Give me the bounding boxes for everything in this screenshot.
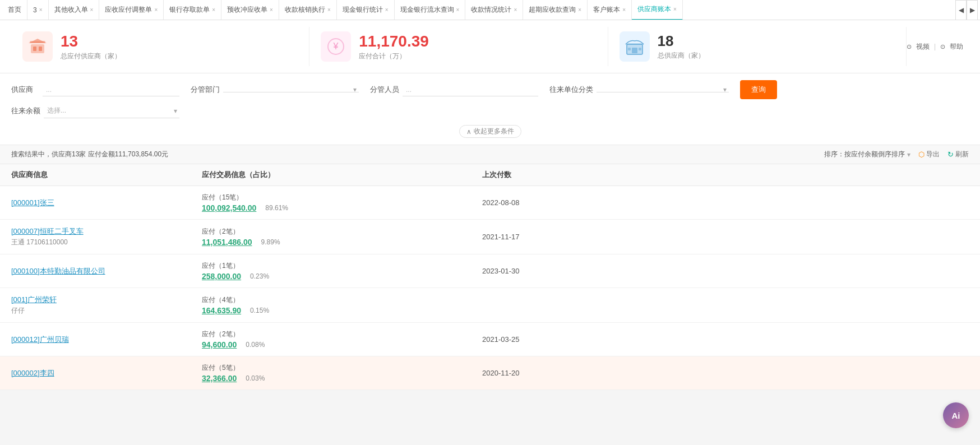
svg-text:¥: ¥ <box>333 41 339 51</box>
total-suppliers-label: 总供应商（家） <box>658 51 705 61</box>
top-navigation: 首页 3 × 其他收入单 × 应收应付调整单 × 银行存取款单 × 预收冲应收单… <box>0 0 980 20</box>
amount-link[interactable]: 100,092,540.00 <box>202 203 256 212</box>
summary-card-total-suppliers: 18 总供应商（家） <box>608 27 907 66</box>
amount-link[interactable]: 164,635.90 <box>202 306 241 315</box>
adjust-label: 应收应付调整单 <box>105 5 152 15</box>
svg-rect-1 <box>31 44 44 53</box>
supplier-filter-label: 供应商 <box>11 85 39 95</box>
balance-placeholder: 选择... <box>47 106 66 115</box>
nav-tab-supplier-book[interactable]: 供应商账本 × <box>632 0 683 20</box>
supplier-input[interactable]: ... <box>43 84 179 96</box>
supplier-link[interactable]: [001]广州荣轩 <box>11 295 57 304</box>
amount-link[interactable]: 32,366.00 <box>202 374 237 383</box>
close-cash-stat[interactable]: × <box>385 7 389 13</box>
overdue-label: 超期应收款查询 <box>529 5 576 15</box>
nav-tab-overdue[interactable]: 超期应收款查询 × <box>523 0 588 20</box>
amount-link[interactable]: 258,000.00 <box>202 272 241 281</box>
percent-text: 89.61% <box>265 204 293 212</box>
sort-select[interactable]: 排序：按应付余额倒序排序 ▾ <box>824 150 910 159</box>
transaction-label: 应付（5笔） <box>202 363 482 373</box>
supplier-cell: [000100]本特勤油品有限公司 <box>11 266 202 276</box>
balance-select[interactable]: 选择... ▾ <box>44 104 179 118</box>
supplier-link[interactable]: [000002]李四 <box>11 369 54 377</box>
collapse-bar: ∧ 收起更多条件 <box>11 123 969 140</box>
close-bank[interactable]: × <box>212 7 215 13</box>
last-payment-date: 2023-01-30 <box>482 267 520 275</box>
result-actions: 排序：按应付余额倒序排序 ▾ ⬡ 导出 ↻ 刷新 <box>824 150 969 159</box>
supplier-icon <box>22 31 53 62</box>
last-payment-date: 2021-11-17 <box>482 233 520 241</box>
close-tab3[interactable]: × <box>39 7 43 13</box>
nav-prev-arrow[interactable]: ◀ <box>955 0 967 20</box>
payable-suppliers-number: 13 <box>61 32 121 51</box>
nav-tab-adjust[interactable]: 应收应付调整单 × <box>99 0 164 20</box>
divider: | <box>934 43 936 50</box>
refresh-label: 刷新 <box>955 150 969 159</box>
transaction-cell: 应付（2笔） 94,600.00 0.08% <box>202 330 482 349</box>
nav-tab-prepay[interactable]: 预收冲应收单 × <box>221 0 279 20</box>
dept-filter-label: 分管部门 <box>191 85 220 95</box>
payable-amount-label: 应付合计（万） <box>359 52 429 61</box>
supplier-link[interactable]: [000007]恒旺二手叉车 <box>11 227 84 235</box>
supplier-link[interactable]: [000100]本特勤油品有限公司 <box>11 267 105 275</box>
close-supplier-book[interactable]: × <box>673 6 677 12</box>
close-prepay[interactable]: × <box>270 7 273 13</box>
nav-tab-cash-stat[interactable]: 现金银行统计 × <box>337 0 395 20</box>
nav-next-arrow[interactable]: ▶ <box>967 0 978 20</box>
collapse-up-icon: ∧ <box>466 128 471 136</box>
close-adjust[interactable]: × <box>154 7 158 13</box>
video-link[interactable]: 视频 <box>916 42 930 52</box>
nav-tab-cash-flow[interactable]: 现金银行流水查询 × <box>395 0 466 20</box>
supplier-book-label: 供应商账本 <box>637 4 671 14</box>
close-cash-flow[interactable]: × <box>456 7 460 13</box>
nav-tab-receipt[interactable]: 收款核销执行 × <box>279 0 337 20</box>
dept-select[interactable]: ▾ <box>223 87 359 92</box>
percent-text: 0.03% <box>246 374 274 382</box>
transaction-label: 应付（15笔） <box>202 193 482 202</box>
summary-total-suppliers-text: 18 总供应商（家） <box>658 33 705 61</box>
close-collect-stat[interactable]: × <box>514 7 517 13</box>
nav-tab-other-income[interactable]: 其他收入单 × <box>49 0 100 20</box>
last-payment-cell: 2021-11-17 <box>482 233 969 241</box>
close-customer-book[interactable]: × <box>622 7 626 13</box>
last-payment-cell: 2023-01-30 <box>482 267 969 275</box>
filter-area: 供应商 ... 分管部门 ▾ 分管人员 ... 往来单位分类 ▾ <box>0 73 980 145</box>
header-last-payment: 上次付数 <box>482 170 969 180</box>
nav-tab-bank[interactable]: 银行存取款单 × <box>164 0 221 20</box>
close-other-income[interactable]: × <box>90 7 94 13</box>
export-button[interactable]: ⬡ 导出 <box>918 150 940 159</box>
supplier-cell: [000012]广州贝瑞 <box>11 335 202 345</box>
table-row: [000001]张三 应付（15笔） 100,092,540.00 89.61%… <box>0 186 980 220</box>
header-supplier: 供应商信息 <box>11 170 202 180</box>
nav-tab-home[interactable]: 首页 <box>2 0 27 20</box>
amount-link[interactable]: 11,051,486.00 <box>202 238 252 247</box>
table-body: [000001]张三 应付（15笔） 100,092,540.00 89.61%… <box>0 186 980 390</box>
help-circle-icon: ⊙ <box>940 43 945 50</box>
svg-rect-3 <box>39 47 42 51</box>
cash-stat-label: 现金银行统计 <box>343 5 383 15</box>
nav-tab-3[interactable]: 3 × <box>27 0 49 20</box>
supplier-cell: [000007]恒旺二手叉车 王通 17106110000 <box>11 226 202 247</box>
nav-tab-customer-book[interactable]: 客户账本 × <box>588 0 632 20</box>
last-payment-cell: 2020-11-20 <box>482 369 969 377</box>
close-overdue[interactable]: × <box>578 7 581 13</box>
result-bar: 搜索结果中，供应商13家 应付金额111,703,854.00元 排序：按应付余… <box>0 145 980 164</box>
search-button[interactable]: 查询 <box>740 80 777 99</box>
supplier-link[interactable]: [000001]张三 <box>11 198 54 207</box>
unit-category-label: 往来单位分类 <box>549 85 593 95</box>
supplier-link[interactable]: [000012]广州贝瑞 <box>11 335 69 344</box>
help-link[interactable]: 帮助 <box>950 42 963 52</box>
person-input[interactable]: ... <box>403 84 538 96</box>
amount-link[interactable]: 94,600.00 <box>202 340 237 349</box>
tab3-label: 3 <box>33 6 37 14</box>
table-row: [000002]李四 应付（5笔） 32,366.00 0.03% 2020-1… <box>0 356 980 390</box>
amount-icon: ¥ <box>321 31 351 62</box>
last-payment-cell: 2021-03-25 <box>482 335 969 344</box>
refresh-button[interactable]: ↻ 刷新 <box>947 150 969 159</box>
table-header: 供应商信息 应付交易信息（占比） 上次付数 <box>0 164 980 186</box>
unit-category-select[interactable]: ▾ <box>597 87 729 92</box>
collapse-button[interactable]: ∧ 收起更多条件 <box>459 125 521 138</box>
nav-tab-collect-stat[interactable]: 收款情况统计 × <box>465 0 523 20</box>
other-income-label: 其他收入单 <box>54 5 88 15</box>
close-receipt[interactable]: × <box>327 7 331 13</box>
